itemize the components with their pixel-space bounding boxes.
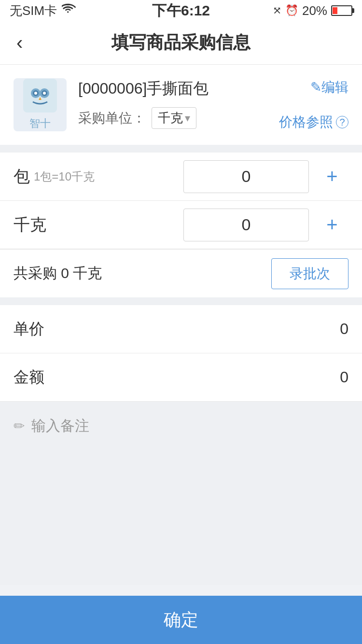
edit-button[interactable]: ✎编辑 — [310, 78, 348, 97]
bag-input-row: 包 1包=10千克 0 + — [0, 153, 362, 201]
status-bar: 无SIM卡 下午6:12 ⤧ ⏰ 20% — [0, 0, 362, 21]
divider-2 — [0, 297, 362, 305]
back-button[interactable]: ‹ — [12, 27, 28, 58]
bag-plus-button[interactable]: + — [316, 160, 348, 193]
location-icon: ⤧ — [273, 4, 281, 17]
page-title: 填写商品采购信息 — [111, 31, 251, 55]
bag-sub-label: 1包=10千克 — [34, 169, 95, 184]
bag-label: 包 — [14, 166, 30, 188]
confirm-button[interactable]: 确定 — [0, 596, 362, 644]
price-ref-button[interactable]: 价格参照 ? — [279, 113, 348, 131]
svg-point-5 — [34, 92, 37, 95]
dropdown-arrow: ▾ — [185, 112, 190, 125]
summary-label: 共采购 0 千克 — [14, 264, 102, 283]
record-batch-button[interactable]: 录批次 — [271, 258, 348, 289]
remark-placeholder: 输入备注 — [31, 416, 89, 436]
info-section: 单价 0 金额 0 — [0, 305, 362, 402]
remark-section[interactable]: ✏ 输入备注 — [0, 402, 362, 537]
unit-select[interactable]: 千克 ▾ — [152, 107, 196, 129]
kg-value: 0 — [242, 215, 251, 234]
amount-row: 金额 0 — [0, 353, 362, 402]
product-name: [0000006]手撕面包 — [78, 78, 348, 99]
content-filler — [0, 537, 362, 585]
product-logo: 智十 — [14, 78, 67, 131]
status-left: 无SIM卡 — [10, 2, 76, 19]
logo-text — [23, 79, 57, 116]
product-card: 智十 [0000006]手撕面包 采购单位： 千克 ▾ ✎编辑 价格参照 ? — [0, 65, 362, 145]
svg-point-6 — [43, 92, 46, 95]
carrier-label: 无SIM卡 — [10, 2, 57, 19]
input-section: 包 1包=10千克 0 + 千克 0 + — [0, 153, 362, 249]
unit-label: 采购单位： — [78, 109, 146, 127]
pencil-icon: ✏ — [14, 418, 25, 434]
kg-plus-button[interactable]: + — [316, 209, 348, 241]
wifi-icon — [62, 3, 76, 18]
unit-value: 千克 — [158, 110, 183, 126]
battery-icon — [331, 5, 352, 16]
status-right: ⤧ ⏰ 20% — [273, 3, 352, 18]
battery-percent: 20% — [302, 3, 327, 18]
alarm-icon: ⏰ — [285, 4, 298, 17]
amount-value: 0 — [340, 368, 348, 386]
remark-inner: ✏ 输入备注 — [14, 416, 348, 436]
bag-value: 0 — [242, 167, 251, 186]
bag-input[interactable]: 0 — [183, 160, 309, 193]
logo-sub: 智十 — [23, 116, 57, 131]
unit-price-row: 单价 0 — [0, 305, 362, 353]
amount-label: 金额 — [14, 367, 44, 388]
status-time: 下午6:12 — [152, 1, 210, 21]
unit-price-label: 单价 — [14, 319, 44, 340]
nav-bar: ‹ 填写商品采购信息 — [0, 21, 362, 65]
kg-input-row: 千克 0 + — [0, 201, 362, 249]
help-icon: ? — [336, 116, 348, 128]
kg-label: 千克 — [14, 214, 46, 236]
unit-price-value: 0 — [340, 320, 348, 338]
summary-row: 共采购 0 千克 录批次 — [0, 249, 362, 297]
divider-1 — [0, 145, 362, 153]
svg-rect-0 — [23, 79, 57, 112]
kg-input[interactable]: 0 — [183, 209, 309, 241]
